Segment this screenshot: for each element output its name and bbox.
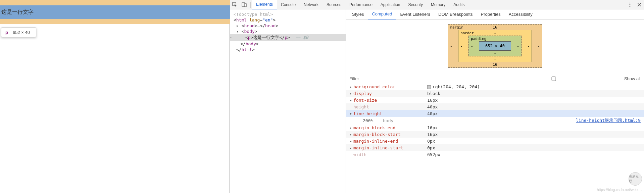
- computed-detail-row: 200%bodyline-height继承问题.html:9: [346, 117, 644, 124]
- property-name: margin-block-end: [353, 125, 427, 130]
- close-icon[interactable]: [635, 0, 644, 9]
- filter-input[interactable]: [349, 75, 483, 82]
- computed-row[interactable]: ▸displayblock: [346, 90, 644, 97]
- property-value: 0px: [427, 139, 641, 144]
- dom-line[interactable]: </html>: [230, 47, 346, 52]
- computed-row[interactable]: height40px: [346, 103, 644, 110]
- show-all-checkbox[interactable]: [487, 77, 621, 81]
- property-value: 652px: [427, 152, 641, 157]
- tab-console[interactable]: Console: [277, 0, 300, 9]
- computed-properties-list[interactable]: ▸background-colorrgb(204, 204, 204)▸disp…: [346, 83, 644, 193]
- svg-rect-2: [244, 4, 246, 7]
- property-value: 16px: [427, 125, 641, 130]
- highlight-margin-box: 这是一行文字: [0, 0, 230, 24]
- subtab-dom-breakpoints[interactable]: DOM Breakpoints: [434, 9, 477, 19]
- element-tooltip: p 652 × 40: [1, 28, 36, 37]
- filter-row: Show all: [346, 74, 644, 83]
- dom-line[interactable]: ▸ <head>…</head>: [230, 23, 346, 29]
- computed-row[interactable]: ▸background-colorrgb(204, 204, 204): [346, 83, 644, 90]
- subtab-styles[interactable]: Styles: [348, 9, 368, 19]
- subtab-event-listeners[interactable]: Event Listeners: [396, 9, 434, 19]
- cascade-source: body: [383, 118, 576, 123]
- property-name: width: [353, 152, 427, 157]
- property-name: margin-inline-end: [353, 139, 427, 144]
- property-name: display: [353, 91, 427, 96]
- side-panel-tabs: StylesComputedEvent ListenersDOM Breakpo…: [346, 9, 644, 19]
- tab-elements[interactable]: Elements: [252, 0, 277, 9]
- subtab-properties[interactable]: Properties: [477, 9, 505, 19]
- property-name: background-color: [353, 84, 427, 89]
- inspect-icon[interactable]: [230, 0, 240, 9]
- property-name: line-height: [353, 111, 427, 116]
- disclosure-triangle-icon[interactable]: ▾: [349, 111, 353, 116]
- tooltip-tag: p: [5, 30, 8, 35]
- property-name: height: [353, 104, 427, 109]
- box-model-padding[interactable]: padding - - - - 652 × 40: [468, 36, 522, 56]
- computed-row[interactable]: ▾line-height40px: [346, 110, 644, 117]
- dom-line[interactable]: ▾ <body>: [230, 29, 346, 34]
- subtab-accessibility[interactable]: Accessibility: [505, 9, 537, 19]
- paragraph-element[interactable]: 这是一行文字: [0, 5, 230, 19]
- elements-tree[interactable]: <!doctype html> <html lang="en"> ▸ <head…: [230, 9, 346, 193]
- property-value: block: [427, 91, 641, 96]
- disclosure-triangle-icon[interactable]: ▸: [349, 84, 353, 89]
- tab-security[interactable]: Security: [404, 0, 427, 9]
- tab-separator: [250, 2, 251, 8]
- svg-point-3: [630, 2, 631, 3]
- show-all-label: Show all: [624, 76, 641, 81]
- dom-line[interactable]: <!doctype html>: [230, 11, 346, 17]
- property-value: 40px: [427, 111, 641, 116]
- disclosure-triangle-icon[interactable]: ▸: [349, 98, 353, 103]
- svg-point-5: [630, 6, 631, 7]
- tab-audits[interactable]: Audits: [449, 0, 468, 9]
- property-value: 0px: [427, 145, 641, 150]
- tab-sources[interactable]: Sources: [323, 0, 345, 9]
- property-value: 40px: [427, 104, 641, 109]
- watermark-url: https://blog.csdn.net/weix…: [597, 188, 642, 192]
- source-link[interactable]: line-height继承问题.html:9: [576, 117, 641, 124]
- disclosure-triangle-icon[interactable]: ▸: [349, 139, 353, 144]
- watermark-logo: 创新互联: [629, 172, 642, 186]
- property-value: rgb(204, 204, 204): [427, 84, 641, 89]
- disclosure-triangle-icon[interactable]: ▸: [349, 145, 353, 150]
- rendered-page-pane: 这是一行文字 p 652 × 40: [0, 0, 230, 193]
- dom-line-selected[interactable]: <p>这是一行文字</p> == $0: [230, 34, 346, 41]
- property-name: margin-inline-start: [353, 145, 427, 150]
- disclosure-triangle-icon[interactable]: ▸: [349, 132, 353, 137]
- box-model-border[interactable]: border - - - - padding - - -: [458, 30, 532, 62]
- property-value: 16px: [427, 132, 641, 137]
- dom-line[interactable]: <html lang="en">: [230, 17, 346, 23]
- tab-network[interactable]: Network: [300, 0, 323, 9]
- property-name: font-size: [353, 98, 427, 103]
- computed-row[interactable]: width652px: [346, 151, 644, 158]
- cascade-value: 200%: [363, 118, 383, 123]
- computed-row[interactable]: ▸margin-inline-start0px: [346, 144, 644, 151]
- computed-row[interactable]: ▸font-size16px: [346, 97, 644, 103]
- disclosure-triangle-icon[interactable]: ▸: [349, 91, 353, 96]
- box-model-content[interactable]: 652 × 40: [479, 41, 511, 51]
- subtab-computed[interactable]: Computed: [368, 9, 396, 19]
- property-name: margin-block-start: [353, 132, 427, 137]
- tab-memory[interactable]: Memory: [427, 0, 449, 9]
- tab-application[interactable]: Application: [377, 0, 404, 9]
- styles-side-panel: StylesComputedEvent ListenersDOM Breakpo…: [346, 9, 644, 193]
- computed-row[interactable]: ▸margin-inline-end0px: [346, 138, 644, 144]
- computed-row[interactable]: ▸margin-block-end16px: [346, 124, 644, 131]
- property-value: 16px: [427, 98, 641, 103]
- disclosure-triangle-icon[interactable]: ▸: [349, 125, 353, 130]
- tooltip-dimensions: 652 × 40: [13, 30, 30, 35]
- device-toggle-icon[interactable]: [240, 0, 249, 9]
- box-model-margin[interactable]: margin 16 16 - - border - - - -: [448, 24, 542, 68]
- devtools-main-tabs: ElementsConsoleNetworkSourcesPerformance…: [230, 0, 644, 9]
- box-model-diagram: margin 16 16 - - border - - - -: [346, 19, 644, 74]
- devtools-panel: ElementsConsoleNetworkSourcesPerformance…: [230, 0, 644, 193]
- dom-line[interactable]: </body>: [230, 41, 346, 47]
- color-swatch-icon: [427, 85, 431, 89]
- computed-row[interactable]: ▸margin-block-start16px: [346, 131, 644, 138]
- svg-point-4: [630, 4, 631, 5]
- tab-performance[interactable]: Performance: [345, 0, 377, 9]
- kebab-menu-icon[interactable]: [625, 0, 635, 9]
